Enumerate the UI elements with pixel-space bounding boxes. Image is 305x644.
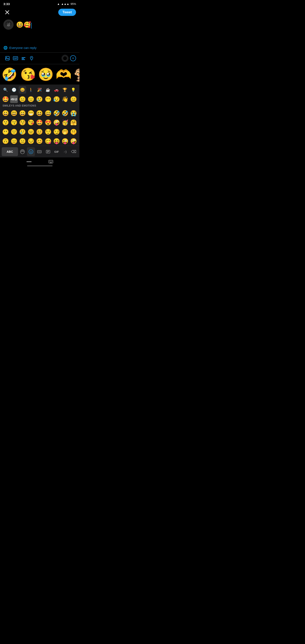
nav-chevron-down[interactable] bbox=[26, 162, 32, 162]
emoji-search-button[interactable]: 🔍 bbox=[2, 86, 9, 94]
emoji-kissing-smiling[interactable]: 😙 bbox=[10, 119, 18, 126]
gif-keyboard-button[interactable]: GIF bbox=[52, 147, 60, 156]
emoji-smileys-button[interactable]: 😀 bbox=[19, 86, 26, 94]
image-icon bbox=[5, 56, 10, 60]
emoji-kissing[interactable]: 😗 bbox=[2, 119, 9, 126]
keyboard-bottom-row: ABC bbox=[0, 146, 80, 158]
tweet-button[interactable]: Tweet bbox=[58, 9, 76, 16]
recent-emoji-7[interactable]: 😥 bbox=[53, 95, 60, 103]
emoji-blush[interactable]: 😊 bbox=[36, 128, 43, 136]
emoji-smile[interactable]: 😄 bbox=[19, 109, 26, 117]
keyboard-icon-area[interactable] bbox=[48, 160, 53, 163]
emoji-travel-button[interactable]: 🚗 bbox=[52, 86, 60, 94]
emoji-quiet[interactable]: 🤫 bbox=[70, 128, 77, 136]
svg-rect-11 bbox=[22, 57, 26, 58]
emoji-holding-back[interactable]: 🥲 bbox=[19, 128, 26, 136]
emoji-star-struck[interactable]: 🤩 bbox=[36, 119, 43, 126]
home-indicator bbox=[27, 166, 52, 166]
emoji-no-mouth[interactable]: 😶 bbox=[2, 128, 9, 136]
emoji-zany[interactable]: 🤪 bbox=[53, 119, 60, 126]
emoji-sob[interactable]: 😭 bbox=[70, 109, 77, 117]
poll-button[interactable] bbox=[20, 54, 28, 62]
recent-emoji-6[interactable]: 😶 bbox=[44, 95, 52, 103]
emoji-kissing-heart[interactable]: 😘 bbox=[27, 119, 35, 126]
abc-button[interactable]: ABC bbox=[2, 147, 18, 156]
emoji-kissing-closed[interactable]: 😚 bbox=[19, 119, 26, 126]
top-bar: Tweet bbox=[0, 7, 80, 18]
emoji-objects-button[interactable]: 🏆 bbox=[61, 86, 68, 94]
emoji-heart-eyes[interactable]: 😍 bbox=[44, 119, 52, 126]
avatar-image bbox=[4, 20, 14, 30]
emoji-expressionless-2[interactable]: 😑 bbox=[19, 137, 26, 145]
emoji-hugging[interactable]: 🤗 bbox=[70, 119, 77, 126]
svg-rect-37 bbox=[50, 162, 52, 163]
emoji-smirk[interactable]: 😏 bbox=[53, 128, 60, 136]
emoji-pensive[interactable]: 😔 bbox=[27, 137, 35, 145]
emoji-smiley[interactable]: 😃 bbox=[10, 109, 18, 117]
emoji-laughing[interactable]: 😆 bbox=[36, 109, 43, 117]
recent-emoji-2[interactable]: #$!@ bbox=[10, 95, 18, 103]
gif-button[interactable]: GIF bbox=[12, 54, 20, 62]
emoji-partying[interactable]: 🥳 bbox=[61, 119, 69, 126]
emoji-recent-button[interactable]: 🕐 bbox=[10, 86, 18, 94]
reply-setting[interactable]: 🌐 Everyone can reply bbox=[0, 43, 80, 52]
recent-emoji-5[interactable]: 😢 bbox=[36, 95, 43, 103]
recent-emoji-4[interactable]: 😑 bbox=[27, 95, 35, 103]
backspace-button[interactable]: ⌫ bbox=[70, 147, 78, 156]
image-button[interactable] bbox=[4, 54, 12, 62]
text-button[interactable] bbox=[44, 147, 52, 156]
emoji-relieved[interactable]: 😌 bbox=[44, 128, 52, 136]
emoji-face-icon bbox=[28, 149, 34, 154]
status-time: 3:33 bbox=[4, 2, 10, 6]
reply-setting-label: Everyone can reply bbox=[9, 46, 36, 50]
emoji-rofl[interactable]: 🤣 bbox=[53, 109, 60, 117]
svg-point-15 bbox=[63, 56, 67, 60]
emoji-grinning[interactable]: 😀 bbox=[2, 109, 9, 117]
emoji-expressionless[interactable]: 😑 bbox=[10, 137, 18, 145]
progress-circle bbox=[62, 55, 68, 61]
sticker-kissing-hearts[interactable]: 😘 bbox=[20, 66, 36, 83]
emoji-activities-button[interactable]: 🎉 bbox=[36, 86, 43, 94]
sticker-icon bbox=[20, 149, 25, 154]
svg-text:GIF: GIF bbox=[14, 57, 17, 60]
emoji-people-button[interactable]: 🚶 bbox=[27, 86, 35, 94]
svg-point-17 bbox=[29, 150, 33, 154]
emoji-stuck-out-tongue[interactable]: 😝 bbox=[53, 137, 60, 145]
emoji-rolling-laugh[interactable]: 🤣 bbox=[61, 109, 69, 117]
svg-rect-35 bbox=[51, 162, 52, 162]
recent-emoji-3[interactable]: 😑 bbox=[19, 95, 26, 103]
gif-icon: GIF bbox=[13, 56, 18, 60]
close-button[interactable] bbox=[4, 8, 11, 16]
recent-emoji-9[interactable]: 😑 bbox=[70, 95, 77, 103]
emoji-keyboard-button[interactable] bbox=[27, 147, 35, 156]
compose-text-area[interactable]: 😆🥰 bbox=[16, 20, 76, 42]
sticker-button[interactable] bbox=[18, 147, 26, 156]
svg-point-8 bbox=[6, 57, 7, 58]
emoji-stuck-out-wink[interactable]: 😜 bbox=[61, 137, 69, 145]
emoji-shushing[interactable]: 🤭 bbox=[61, 128, 69, 136]
recent-emoji-8[interactable]: 👋 bbox=[61, 95, 69, 103]
emoji-food-button[interactable]: ☕ bbox=[44, 86, 52, 94]
kaomoji-button[interactable] bbox=[35, 147, 44, 156]
sticker-heart-hands[interactable]: 🫶 bbox=[55, 66, 72, 83]
add-tweet-button[interactable]: + bbox=[70, 55, 76, 61]
emoji-grin[interactable]: 😁 bbox=[27, 109, 35, 117]
emoji-symbols2-button[interactable]: 🔣 bbox=[78, 86, 80, 94]
sticker-monkey[interactable]: 🐒 bbox=[73, 66, 80, 83]
emoji-neutral[interactable]: 😐 bbox=[27, 128, 35, 136]
emoji-wacky[interactable]: 🤪 bbox=[70, 137, 77, 145]
location-button[interactable] bbox=[28, 54, 36, 62]
recent-emoji-1[interactable]: 🤩 bbox=[2, 95, 9, 103]
svg-rect-12 bbox=[22, 58, 24, 59]
emoji-upside-down[interactable]: 🙃 bbox=[2, 137, 9, 145]
svg-rect-13 bbox=[22, 59, 25, 60]
emoji-sweat-smile[interactable]: 😅 bbox=[44, 109, 52, 117]
sticker-laughing-hearts[interactable]: 🤣 bbox=[1, 66, 18, 83]
emoji-yum[interactable]: 😋 bbox=[44, 137, 52, 145]
emoji-smile-2[interactable]: 😊 bbox=[36, 137, 43, 145]
emoji-symbols-button[interactable]: 💡 bbox=[70, 86, 77, 94]
sticker-holding-back-tears[interactable]: 🥹 bbox=[37, 66, 54, 83]
emoticon-button[interactable]: :-) bbox=[61, 147, 69, 156]
emoji-slightly-smiling[interactable]: 🙂 bbox=[10, 128, 18, 136]
recent-emoji-row: 🤩 #$!@ 😑 😑 😢 😶 😥 👋 😑 bbox=[0, 95, 80, 104]
